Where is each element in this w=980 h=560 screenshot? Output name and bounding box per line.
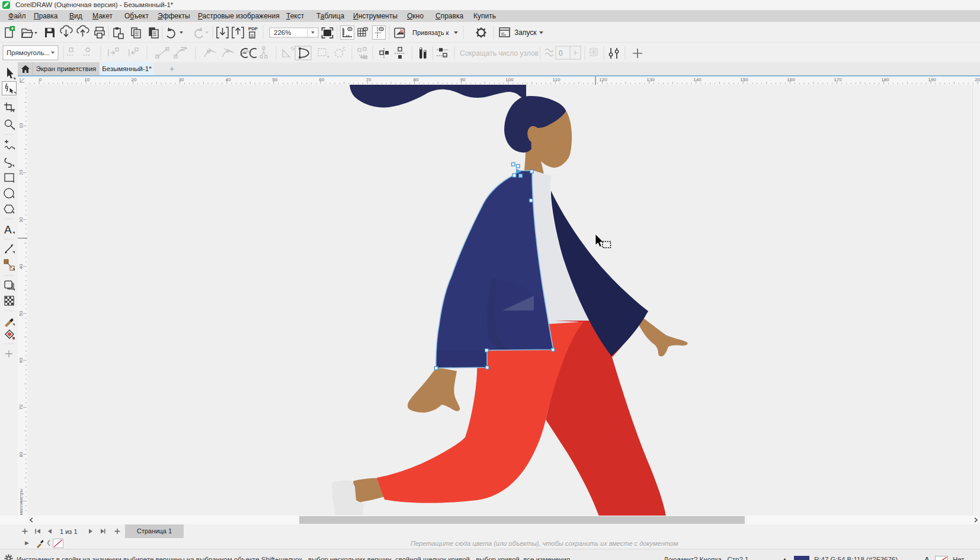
svg-text:100: 100 xyxy=(505,77,514,82)
svg-text:20: 20 xyxy=(18,169,24,175)
svg-text:10: 10 xyxy=(18,123,24,128)
svg-text:160: 160 xyxy=(787,77,795,82)
svg-text:190: 190 xyxy=(928,77,936,82)
svg-text:Сокращать число узлов: Сокращать число узлов xyxy=(460,49,539,57)
svg-text:150: 150 xyxy=(740,77,748,82)
svg-text:0: 0 xyxy=(39,77,42,82)
svg-text:180: 180 xyxy=(881,77,889,82)
svg-text:10: 10 xyxy=(85,77,90,82)
svg-text:30: 30 xyxy=(18,217,24,222)
svg-text:130: 130 xyxy=(646,77,655,82)
svg-text:Запуск: Запуск xyxy=(514,28,537,37)
svg-text:140: 140 xyxy=(693,77,702,82)
svg-text:40: 40 xyxy=(18,264,24,269)
svg-text:Прямоуголь...: Прямоуголь... xyxy=(7,49,50,56)
svg-text:80: 80 xyxy=(18,452,24,457)
svg-text:миллиметры: миллиметры xyxy=(18,489,24,515)
svg-text:60: 60 xyxy=(319,77,325,82)
svg-text:50: 50 xyxy=(18,311,24,316)
svg-text:1 из 1: 1 из 1 xyxy=(60,528,78,535)
svg-text:Привязать к: Привязать к xyxy=(412,29,449,36)
svg-text:226%: 226% xyxy=(274,29,291,36)
svg-text:+40: +40 xyxy=(360,55,367,59)
svg-text:50: 50 xyxy=(273,77,278,82)
svg-text:80: 80 xyxy=(414,77,419,82)
svg-text:60: 60 xyxy=(18,357,24,363)
svg-text:A: A xyxy=(4,223,12,236)
svg-text:0: 0 xyxy=(559,49,563,57)
svg-text:30: 30 xyxy=(179,77,184,82)
svg-text:170: 170 xyxy=(834,77,842,82)
svg-text:70: 70 xyxy=(18,404,24,409)
svg-text:PDF: PDF xyxy=(248,26,258,31)
svg-text:200: 200 xyxy=(975,77,980,82)
svg-text:20: 20 xyxy=(132,77,137,82)
svg-text:90: 90 xyxy=(460,77,466,82)
svg-text:120: 120 xyxy=(599,77,607,82)
svg-text:110: 110 xyxy=(553,77,561,82)
svg-text:40: 40 xyxy=(226,77,231,82)
svg-text:70: 70 xyxy=(366,77,371,82)
